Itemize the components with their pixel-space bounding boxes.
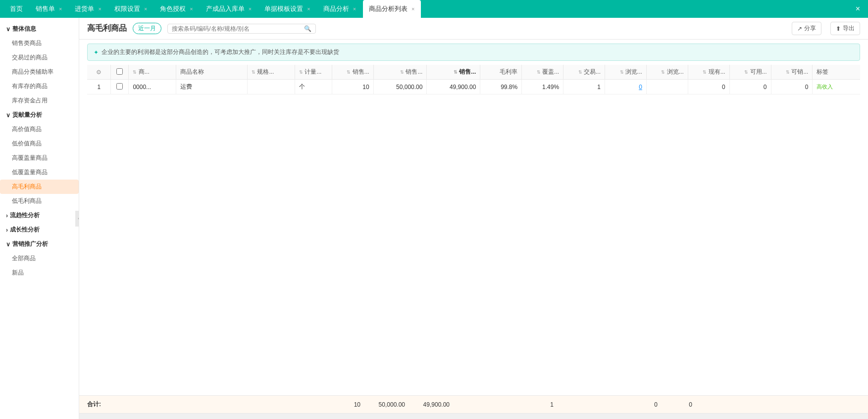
time-filter-button[interactable]: 近一月	[133, 23, 161, 34]
cell-gross-rate: 99.8%	[480, 80, 522, 94]
nav-close-analysis-list[interactable]: ×	[411, 6, 414, 12]
nav-close-permission[interactable]: ×	[144, 6, 147, 12]
col-header-sales-qty[interactable]: ⇅ 销售...	[332, 65, 373, 80]
col-header-name[interactable]: 商品名称	[176, 65, 248, 80]
cell-tag: 高收入	[813, 80, 860, 94]
col-header-browse1[interactable]: ⇅ 浏览...	[605, 65, 646, 80]
sidebar-group-overall[interactable]: ∨ 整体信息	[0, 22, 79, 36]
sidebar-group-marketing[interactable]: ∨ 营销推广分析	[0, 237, 79, 251]
top-navigation: 首页 销售单 × 进货单 × 权限设置 × 角色授权 × 产成品入库单 × 单据…	[0, 0, 868, 18]
table-header-row: ⚙ ⇅ 商... 商品名称 ⇅	[87, 65, 860, 80]
col-header-unit[interactable]: ⇅ 计量...	[295, 65, 332, 80]
sidebar-item-all-goods[interactable]: 全部商品	[0, 251, 79, 266]
nav-role-auth[interactable]: 角色授权 ×	[154, 0, 199, 18]
footer-gross-spacer	[454, 401, 488, 408]
sidebar-group-growth[interactable]: › 成长性分析	[0, 223, 79, 237]
col-header-tag[interactable]: 标签	[813, 65, 860, 80]
sidebar-item-high-margin[interactable]: 高毛利商品	[0, 180, 79, 194]
sidebar-item-high-coverage[interactable]: 高覆盖量商品	[0, 151, 79, 165]
sidebar-item-low-coverage[interactable]: 低覆盖量商品	[0, 165, 79, 180]
search-input[interactable]	[172, 25, 302, 32]
chevron-down-icon: ∨	[6, 26, 10, 33]
sidebar-group-marketing-items: 全部商品 新品	[0, 251, 79, 280]
sidebar-collapse-button[interactable]: «	[75, 211, 79, 227]
footer-available: 0	[662, 401, 696, 408]
nav-product-analysis-list[interactable]: 商品分析列表 ×	[363, 0, 420, 18]
cell-saleable: 0	[771, 80, 813, 94]
nav-finished-goods[interactable]: 产成品入库单 ×	[200, 0, 257, 18]
footer-total-bar: 合计: 10 50,000.00 49,900.00 1 0 0	[79, 395, 868, 413]
col-header-code[interactable]: ⇅ 商...	[129, 65, 176, 80]
footer-browse1-spacer	[558, 401, 592, 408]
nav-home[interactable]: 首页	[4, 0, 29, 18]
footer-spacer-3	[161, 401, 201, 408]
col-header-browse2[interactable]: ⇅ 浏览...	[646, 65, 688, 80]
window-close-button[interactable]: ×	[852, 4, 864, 13]
nav-close-sales[interactable]: ×	[59, 6, 62, 12]
sidebar-item-sales-goods[interactable]: 销售类商品	[0, 36, 79, 50]
footer-label: 合计:	[87, 400, 127, 409]
search-box: 🔍	[167, 24, 316, 34]
sidebar-group-contribution-items: 高价值商品 低价值商品 高覆盖量商品 低覆盖量商品 高毛利商品 低毛利商品	[0, 122, 79, 208]
cell-sales-profit: 49,900.00	[427, 80, 480, 94]
sidebar-group-trend[interactable]: › 流趋性分析	[0, 208, 79, 223]
col-header-check[interactable]	[111, 65, 129, 80]
sidebar-group-contribution[interactable]: ∨ 贡献量分析	[0, 108, 79, 122]
share-button[interactable]: ↗ 分享	[792, 22, 821, 35]
sidebar-item-category-assist[interactable]: 商品分类辅助率	[0, 65, 79, 79]
footer-spacer-2	[147, 401, 161, 408]
row-checkbox[interactable]	[116, 83, 123, 90]
sidebar-item-stock-capital[interactable]: 库存资金占用	[0, 93, 79, 108]
cell-check[interactable]	[111, 80, 129, 94]
bottom-scrollbar[interactable]	[79, 413, 868, 419]
footer-sales-qty: 10	[330, 401, 364, 408]
col-header-sales-amt[interactable]: ⇅ 销售...	[373, 65, 427, 80]
share-icon: ↗	[797, 25, 802, 32]
nav-close-template[interactable]: ×	[307, 6, 310, 12]
nav-close-analysis[interactable]: ×	[353, 6, 356, 12]
footer-browse2-spacer	[592, 401, 627, 408]
sidebar-item-high-value[interactable]: 高价值商品	[0, 122, 79, 137]
footer-coverage-spacer	[488, 401, 523, 408]
sidebar-item-in-stock[interactable]: 有库存的商品	[0, 79, 79, 93]
footer-spacer-1	[127, 401, 147, 408]
col-header-available[interactable]: ⇅ 可用...	[729, 65, 771, 80]
nav-template-settings[interactable]: 单据模板设置 ×	[258, 0, 316, 18]
cell-sales-amt: 50,000.00	[373, 80, 427, 94]
nav-close-role[interactable]: ×	[190, 6, 193, 12]
nav-product-analysis[interactable]: 商品分析 ×	[317, 0, 362, 18]
nav-purchase-order[interactable]: 进货单 ×	[69, 0, 107, 18]
col-header-spec[interactable]: ⇅ 规格...	[248, 65, 295, 80]
nav-permission-settings[interactable]: 权限设置 ×	[108, 0, 153, 18]
info-banner: ✦ 企业的主要的利润都是这部分商品创造的，可考虑加大推广，同时关注库存是不要出现…	[87, 44, 860, 61]
export-icon: ⬆	[836, 25, 841, 32]
col-header-sales-profit[interactable]: ⇅ 销售...	[427, 65, 480, 80]
nav-sales-order[interactable]: 销售单 ×	[30, 0, 68, 18]
chevron-right-icon-2: ›	[6, 227, 8, 233]
cell-browse1[interactable]: 0	[605, 80, 646, 94]
sidebar-item-low-margin[interactable]: 低毛利商品	[0, 194, 79, 208]
sidebar-item-low-value[interactable]: 低价值商品	[0, 137, 79, 151]
nav-close-finished[interactable]: ×	[249, 6, 252, 12]
footer-spacer-5	[260, 401, 300, 408]
col-header-transaction[interactable]: ⇅ 交易...	[563, 65, 605, 80]
footer-unit-spacer	[300, 401, 330, 408]
search-icon[interactable]: 🔍	[304, 25, 311, 32]
footer-cells: 10 50,000.00 49,900.00 1 0 0	[127, 401, 860, 408]
footer-saleable-spacer	[696, 401, 731, 408]
cell-current: 0	[688, 80, 729, 94]
info-icon: ✦	[94, 49, 99, 56]
content-area: 高毛利商品 近一月 🔍 ↗ 分享 ⬆ 导出 ✦ 企业的主要的利润都是这部分商品创…	[79, 18, 868, 419]
col-header-saleable[interactable]: ⇅ 可销...	[771, 65, 813, 80]
sidebar-item-traded-goods[interactable]: 交易过的商品	[0, 50, 79, 65]
col-header-current[interactable]: ⇅ 现有...	[688, 65, 729, 80]
select-all-checkbox[interactable]	[116, 68, 123, 75]
export-button[interactable]: ⬆ 导出	[830, 22, 860, 35]
col-header-coverage[interactable]: ⇅ 覆盖...	[522, 65, 563, 80]
sidebar-item-new-goods[interactable]: 新品	[0, 266, 79, 280]
settings-icon[interactable]: ⚙	[96, 69, 102, 76]
cell-available: 0	[729, 80, 771, 94]
nav-close-purchase[interactable]: ×	[98, 6, 101, 12]
col-header-gross-rate[interactable]: 毛利率	[480, 65, 522, 80]
footer-sales-profit: 49,900.00	[409, 401, 454, 408]
